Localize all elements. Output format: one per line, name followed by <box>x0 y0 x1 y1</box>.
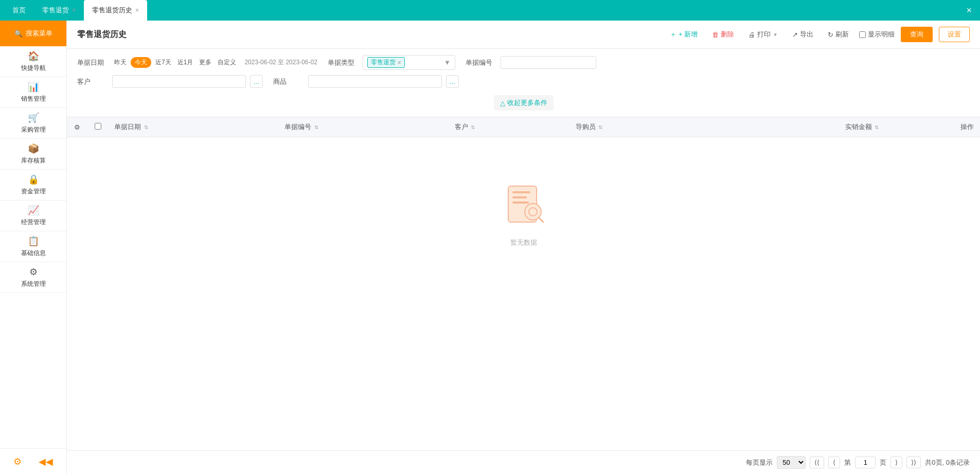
empty-state-text: 暂无数据 <box>510 238 537 247</box>
sidebar-item-finance[interactable]: 🔒 资金管理 <box>0 170 66 200</box>
prev-page-button[interactable]: ⟨ <box>828 457 840 468</box>
date-opt-last7[interactable]: 近7天 <box>153 57 173 68</box>
sidebar-item-quick-nav-label: 快捷导航 <box>21 64 46 72</box>
table-area: ⚙ 单据日期 ⇅ 单据编号 ⇅ <box>67 117 980 450</box>
date-opt-today[interactable]: 今天 <box>131 57 151 68</box>
th-checkbox[interactable] <box>87 117 108 137</box>
sidebar-item-inventory[interactable]: 📦 库存核算 <box>0 139 66 170</box>
refresh-label: 刷新 <box>835 30 849 39</box>
select-all-checkbox[interactable] <box>95 123 101 130</box>
sidebar-item-sales-mgmt[interactable]: 📊 销售管理 <box>0 77 66 108</box>
inventory-icon: 📦 <box>28 143 39 154</box>
sidebar-item-quick-nav[interactable]: 🏠 快捷导航 <box>0 46 66 77</box>
page-input[interactable] <box>855 457 876 468</box>
th-customer-label: 客户 <box>455 123 468 131</box>
query-button[interactable]: 查询 <box>901 27 933 42</box>
table-header-row: ⚙ 单据日期 ⇅ 单据编号 ⇅ <box>67 117 980 137</box>
date-opt-custom[interactable]: 自定义 <box>216 57 238 68</box>
customer-ellipsis-button[interactable]: ... <box>250 75 263 88</box>
tab-home[interactable]: 首页 <box>4 0 34 21</box>
tab-retail-return[interactable]: 零售退货 × <box>34 0 84 21</box>
doc-type-arrow-icon: ▼ <box>444 59 451 66</box>
doc-type-select[interactable]: 零售退货 × ▼ <box>363 55 455 70</box>
collapse-button[interactable]: △ 收起更多条件 <box>494 95 554 111</box>
doc-type-filter: 单据类型 零售退货 × ▼ <box>328 55 455 70</box>
next-page-button[interactable]: ⟩ <box>890 457 902 468</box>
th-actual-amount-sort-icon: ⇅ <box>875 124 879 130</box>
doc-type-tag-remove[interactable]: × <box>398 59 401 66</box>
th-action-label: 操作 <box>960 123 974 131</box>
customer-input[interactable] <box>112 75 246 88</box>
page-size-select[interactable]: 50 10 20 100 <box>777 456 806 469</box>
goods-input[interactable] <box>308 75 442 88</box>
last-page-button[interactable]: ⟩⟩ <box>906 457 921 468</box>
date-opt-yesterday[interactable]: 昨天 <box>112 57 129 68</box>
doc-no-filter: 单据编号 <box>466 56 596 69</box>
tab-retail-return-history[interactable]: 零售退货历史 × <box>84 0 147 21</box>
th-customer-sort-icon: ⇅ <box>471 124 475 130</box>
th-actual-amount[interactable]: 实销金额 ⇅ <box>715 117 885 137</box>
sidebar-item-basic-info-label: 基础信息 <box>21 249 46 258</box>
sidebar-item-finance-label: 资金管理 <box>21 187 46 196</box>
sidebar-search[interactable]: 🔍 搜索菜单 <box>0 21 66 46</box>
th-settings[interactable]: ⚙ <box>67 117 87 137</box>
window-close-button[interactable]: × <box>966 5 972 16</box>
delete-label: 删除 <box>721 30 734 39</box>
th-guide[interactable]: 导购员 ⇅ <box>569 117 715 137</box>
sidebar-item-purchase-mgmt[interactable]: 🛒 采购管理 <box>0 108 66 139</box>
sidebar-item-system-mgmt[interactable]: ⚙ 系统管理 <box>0 262 66 293</box>
delete-button[interactable]: 🗑 删除 <box>708 28 738 41</box>
filter-row-2: 客户 ... 商品 ... <box>77 75 970 88</box>
sidebar-item-operations-label: 经营管理 <box>21 218 46 227</box>
export-button[interactable]: ↗ 导出 <box>788 28 817 41</box>
tab-retail-return-history-close[interactable]: × <box>135 7 139 14</box>
data-table: ⚙ 单据日期 ⇅ 单据编号 ⇅ <box>67 117 980 137</box>
sound-bottom-icon[interactable]: ◀◀ <box>39 456 53 467</box>
date-filter-label: 单据日期 <box>77 58 108 67</box>
goods-ellipsis-button[interactable]: ... <box>446 75 459 88</box>
svg-rect-1 <box>512 191 530 193</box>
customer-label: 客户 <box>77 77 108 86</box>
new-button[interactable]: ＋ + 新增 <box>666 28 702 41</box>
settings-button[interactable]: 设置 <box>939 27 970 42</box>
collapse-icon: △ <box>500 99 505 107</box>
settings-bottom-icon[interactable]: ⚙ <box>13 456 22 467</box>
system-mgmt-icon: ⚙ <box>29 266 38 278</box>
th-doc-date-label: 单据日期 <box>114 123 141 131</box>
tab-retail-return-close[interactable]: × <box>72 7 76 14</box>
sidebar: 🔍 搜索菜单 🏠 快捷导航 📊 销售管理 🛒 采购管理 📦 库存核算 🔒 资金管… <box>0 21 67 474</box>
basic-info-icon: 📋 <box>28 235 39 247</box>
svg-rect-3 <box>512 202 529 204</box>
date-opt-last-month[interactable]: 近1月 <box>175 57 195 68</box>
svg-rect-2 <box>512 196 527 198</box>
sidebar-item-system-mgmt-label: 系统管理 <box>21 280 46 288</box>
print-arrow-icon: ▼ <box>773 32 778 38</box>
top-bar: 首页 零售退货 × 零售退货历史 × × <box>0 0 980 21</box>
filter-row-1: 单据日期 昨天 今天 近7天 近1月 更多 自定义 2023-06-02 至 2… <box>77 55 970 70</box>
table-header: ⚙ 单据日期 ⇅ 单据编号 ⇅ <box>67 117 980 137</box>
th-customer[interactable]: 客户 ⇅ <box>449 117 569 137</box>
pagination: 每页显示 50 10 20 100 ⟨⟨ ⟨ 第 页 ⟩ ⟩⟩ 共0页, 0条记… <box>67 450 980 474</box>
date-opt-more[interactable]: 更多 <box>197 57 213 68</box>
th-doc-no[interactable]: 单据编号 ⇅ <box>278 117 449 137</box>
settings-icon[interactable]: ⚙ <box>74 123 80 131</box>
th-doc-no-label: 单据编号 <box>284 123 311 131</box>
doc-no-input[interactable] <box>501 56 596 69</box>
th-doc-no-sort-icon: ⇅ <box>314 124 318 130</box>
operations-icon: 📈 <box>28 205 39 216</box>
first-page-button[interactable]: ⟨⟨ <box>810 457 824 468</box>
doc-type-tag: 零售退货 × <box>367 57 405 68</box>
date-range-text: 2023-06-02 至 2023-06-02 <box>244 58 317 67</box>
th-actual-amount-label: 实销金额 <box>845 123 872 131</box>
sidebar-item-basic-info[interactable]: 📋 基础信息 <box>0 231 66 262</box>
print-button[interactable]: 🖨 打印 ▼ <box>744 28 782 41</box>
sidebar-item-operations[interactable]: 📈 经营管理 <box>0 200 66 231</box>
th-doc-date[interactable]: 单据日期 ⇅ <box>108 117 278 137</box>
page-size-label: 每页显示 <box>746 458 773 467</box>
date-filter: 单据日期 昨天 今天 近7天 近1月 更多 自定义 2023-06-02 至 2… <box>77 57 317 68</box>
doc-type-label: 单据类型 <box>328 58 359 67</box>
th-guide-sort-icon: ⇅ <box>598 124 602 130</box>
refresh-button[interactable]: ↻ 刷新 <box>824 28 853 41</box>
display-detail-checkbox[interactable] <box>859 31 866 38</box>
total-text: 共0页, 0条记录 <box>925 458 970 467</box>
